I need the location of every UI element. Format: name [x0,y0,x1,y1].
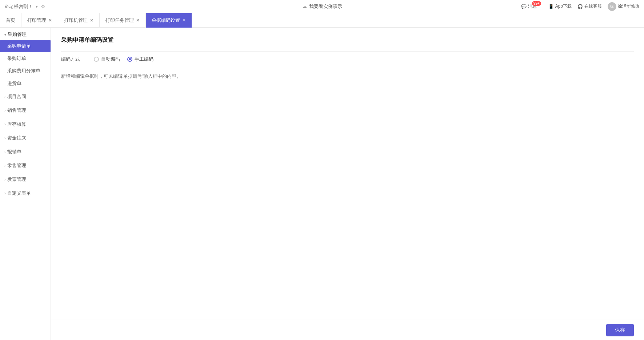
tab-bar: 首页 打印管理 ✕ 打印机管理 ✕ 打印任务管理 ✕ 单据编码设置 ✕ [0,13,644,28]
sidebar-group-finance-label: 资金往来 [7,135,26,141]
message-icon: 💬 [521,4,527,9]
radio-manual-circle [127,57,132,62]
save-button[interactable]: 保存 [606,324,634,336]
app-label: App下载 [555,3,572,9]
radio-auto-label: 自动编码 [101,56,120,62]
message-badge: 99+ [532,1,541,6]
sidebar-group-custom-form[interactable]: › 自定义表单 [0,186,51,200]
sidebar-group-project-label: 项目合同 [7,93,26,100]
user-name: 徐泽华修改 [618,3,640,9]
chevron-finance-icon: › [4,136,6,140]
service-label: 在线客服 [584,3,602,9]
sidebar-group-retail[interactable]: › 零售管理 [0,159,51,173]
top-bar-left: ※老板勿割！ ▾ ⚙ [4,3,45,10]
chevron-purchase-icon: ▾ [4,33,6,37]
encoding-method-label: 编码方式 [61,56,87,62]
online-service-button[interactable]: 🎧 在线客服 [577,3,602,9]
message-button[interactable]: 💬 消息 99+ [521,3,537,9]
chevron-retail-icon: › [4,163,6,168]
sidebar-item-stock-in[interactable]: 进货单 [0,77,51,90]
sidebar-item-purchase-order[interactable]: 采购订单 [0,52,51,65]
sidebar-group-sales-label: 销售管理 [7,107,26,114]
app-download-button[interactable]: 📱 App下载 [548,3,572,9]
chevron-invoice-icon: › [4,177,6,182]
content-main: 采购申请单编码设置 编码方式 自动编码 手工编码 [51,28,644,320]
bottom-bar: 保存 [51,320,644,340]
tab-encoding-settings-close[interactable]: ✕ [182,18,186,23]
sidebar-group-retail-label: 零售管理 [7,162,26,169]
radio-manual-label: 手工编码 [135,56,153,62]
demo-link[interactable]: 我要看实例演示 [309,3,342,10]
tab-printer-management-label: 打印机管理 [64,17,88,24]
chevron-custom-icon: › [4,191,6,195]
app-icon: 📱 [548,4,554,9]
tab-print-management-label: 打印管理 [27,17,46,24]
top-bar: ※老板勿割！ ▾ ⚙ ☁ 我要看实例演示 💬 消息 99+ 📱 App下载 🎧 … [0,0,644,13]
chevron-project-icon: › [4,94,6,99]
user-menu[interactable]: 徐 徐泽华修改 [608,2,640,11]
sidebar-group-project-contract[interactable]: › 项目合同 [0,90,51,104]
tab-print-task-management-close[interactable]: ✕ [136,18,140,23]
sidebar-item-purchase-request[interactable]: 采购申请单 [0,40,51,52]
sidebar-group-custom-label: 自定义表单 [7,190,31,197]
tab-print-management[interactable]: 打印管理 ✕ [21,13,58,28]
tab-print-task-management[interactable]: 打印任务管理 ✕ [100,13,146,28]
settings-icon[interactable]: ⚙ [41,4,45,9]
tab-printer-management[interactable]: 打印机管理 ✕ [58,13,100,28]
sidebar: ▾ 采购管理 采购申请单 采购订单 采购费用分摊单 进货单 › 项目合同 › 销… [0,28,51,340]
tab-home-label: 首页 [6,17,15,24]
sidebar-group-expense-label: 报销单 [7,149,21,155]
radio-auto-circle [94,57,99,62]
sidebar-group-purchase[interactable]: ▾ 采购管理 [0,28,51,40]
sidebar-group-expense[interactable]: › 报销单 [0,145,51,159]
sidebar-group-purchase-label: 采购管理 [8,31,27,38]
sidebar-group-inventory-label: 库存核算 [7,121,26,128]
content-area: 采购申请单编码设置 编码方式 自动编码 手工编码 [51,28,644,340]
encoding-method-row: 编码方式 自动编码 手工编码 [61,51,634,67]
sidebar-group-invoice[interactable]: › 发票管理 [0,173,51,186]
tab-print-task-management-label: 打印任务管理 [105,17,134,24]
radio-manual-encoding[interactable]: 手工编码 [127,56,153,62]
page-title: 采购申请单编码设置 [61,36,634,44]
headset-icon: 🎧 [577,4,583,9]
tab-home[interactable]: 首页 [0,13,21,28]
tab-encoding-settings[interactable]: 单据编码设置 ✕ [146,13,192,28]
cloud-icon: ☁ [302,4,307,9]
top-bar-right: 💬 消息 99+ 📱 App下载 🎧 在线客服 徐 徐泽华修改 [521,2,640,11]
chevron-down-icon[interactable]: ▾ [36,4,38,9]
hint-text: 新增和编辑单据时，可以编辑'单据编号'输入框中的内容。 [61,73,634,80]
tab-printer-management-close[interactable]: ✕ [90,18,93,23]
sidebar-group-finance[interactable]: › 资金往来 [0,131,51,145]
encoding-radio-group: 自动编码 手工编码 [94,56,153,62]
top-bar-center: ☁ 我要看实例演示 [302,3,342,10]
avatar: 徐 [608,2,616,11]
sidebar-item-purchase-expense[interactable]: 采购费用分摊单 [0,65,51,77]
sidebar-group-inventory[interactable]: › 库存核算 [0,117,51,131]
sidebar-group-sales[interactable]: › 销售管理 [0,104,51,117]
tab-print-management-close[interactable]: ✕ [48,18,52,23]
main-layout: ▾ 采购管理 采购申请单 采购订单 采购费用分摊单 进货单 › 项目合同 › 销… [0,28,644,340]
chevron-sales-icon: › [4,108,6,113]
radio-auto-encoding[interactable]: 自动编码 [94,56,120,62]
tab-encoding-settings-label: 单据编码设置 [152,17,180,24]
brand-text[interactable]: ※老板勿割！ [4,3,33,10]
chevron-inventory-icon: › [4,122,6,126]
chevron-expense-icon: › [4,150,6,154]
sidebar-group-invoice-label: 发票管理 [7,176,26,183]
